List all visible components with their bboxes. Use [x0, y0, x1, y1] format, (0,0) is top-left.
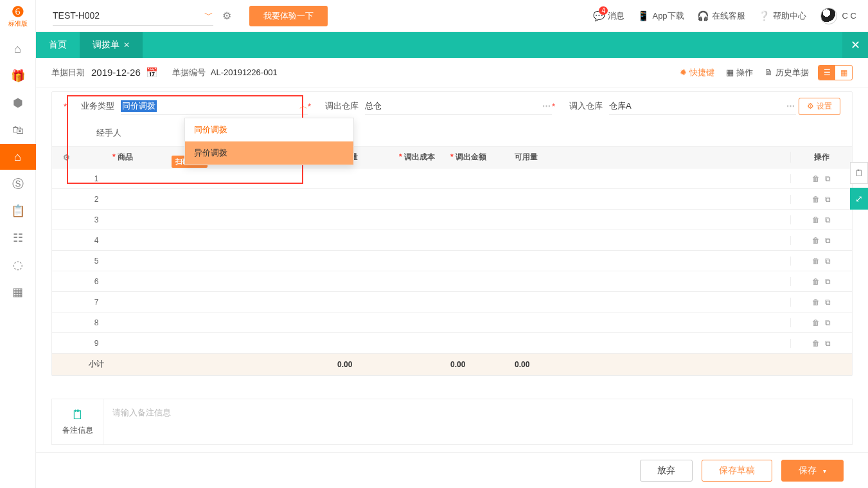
gear-icon[interactable]: ⚙	[222, 10, 231, 22]
subtotal-row: 小计 0.00 0.00 0.00	[52, 354, 852, 375]
form-row-1: * 业务类型 同价调拨 ︿ 同价调拨 异价调拨 * 调出仓库 总仓 ⋯ * 调入…	[52, 92, 852, 120]
copy-icon[interactable]: ⧉	[825, 298, 831, 307]
col-operation: 操作	[790, 152, 852, 163]
document-header: 单据日期 2019-12-26 📅 单据编号 AL-20191226-001 ✹…	[36, 58, 868, 87]
rail-gift-icon[interactable]: 🎁	[0, 63, 36, 89]
table-row[interactable]: 7🗑⧉	[52, 292, 852, 312]
in-warehouse-select[interactable]: 仓库A ⋯	[609, 97, 796, 115]
delete-icon[interactable]: 🗑	[812, 174, 820, 183]
help-center-link[interactable]: ❔ 帮助中心	[758, 10, 806, 22]
chevron-up-icon: ︿	[299, 100, 308, 112]
copy-icon[interactable]: ⧉	[825, 277, 831, 286]
note-icon: 🗒	[71, 408, 84, 422]
settings-button[interactable]: ⚙设置	[799, 98, 840, 115]
table-row[interactable]: 4🗑⧉	[52, 230, 852, 251]
more-icon: ⋯	[542, 101, 552, 111]
try-button[interactable]: 我要体验一下	[249, 6, 328, 26]
table-row[interactable]: 6🗑⧉	[52, 271, 852, 292]
copy-icon[interactable]: ⧉	[825, 215, 831, 224]
tab-strip: 首页 调拨单✕ ✕	[36, 32, 868, 58]
doc-no-label: 单据编号	[172, 67, 206, 78]
grid-icon: ▦	[726, 68, 734, 77]
col-avail: 可用量	[515, 152, 790, 163]
rail-clipboard-icon[interactable]: 📋	[0, 198, 36, 224]
rail-money-icon[interactable]: Ⓢ	[0, 171, 36, 197]
doc-date-label: 单据日期	[51, 67, 85, 78]
save-draft-button[interactable]: 保存草稿	[702, 460, 772, 482]
delete-icon[interactable]: 🗑	[812, 277, 820, 286]
copy-icon[interactable]: ⧉	[825, 236, 831, 245]
remark-card: 🗒 备注信息 请输入备注信息	[51, 399, 853, 445]
col-amount: 调出金额	[450, 152, 515, 163]
float-expand-icon[interactable]: ⤢	[850, 188, 868, 210]
field-out-warehouse: * 调出仓库 总仓 ⋯	[308, 97, 552, 115]
rail-calendar-icon[interactable]: ▦	[0, 279, 36, 305]
quickkey-link[interactable]: ✹快捷键	[680, 67, 714, 78]
rail-home-icon[interactable]: ⌂	[0, 36, 36, 62]
copy-icon[interactable]: ⧉	[825, 174, 831, 183]
remark-input[interactable]: 请输入备注信息	[103, 399, 852, 444]
view-toggle: ☰ ▦	[818, 65, 853, 80]
view-grid-icon[interactable]: ▦	[835, 66, 852, 80]
save-button[interactable]: 保存▾	[781, 460, 844, 482]
avatar[interactable]	[820, 8, 837, 24]
rail-house-icon[interactable]: ⬢	[0, 90, 36, 116]
biz-type-option-diff[interactable]: 异价调拨	[185, 141, 353, 165]
rail-loading-icon[interactable]: ◌	[0, 252, 36, 278]
view-list-icon[interactable]: ☰	[819, 66, 835, 80]
chevron-down-icon: ﹀	[204, 10, 213, 21]
username[interactable]: C C	[842, 11, 856, 21]
copy-icon[interactable]: ⧉	[825, 318, 831, 327]
doc-date-value[interactable]: 2019-12-26	[91, 67, 141, 78]
brand-sublabel: 标准版	[8, 19, 28, 28]
delete-icon[interactable]: 🗑	[812, 318, 820, 327]
calendar-icon[interactable]: 📅	[146, 67, 158, 78]
discard-button[interactable]: 放弃	[640, 460, 693, 482]
operations-link[interactable]: ▦操作	[726, 67, 753, 78]
delete-icon[interactable]: 🗑	[812, 195, 820, 204]
more-icon: ⋯	[786, 101, 796, 111]
table-row[interactable]: 1🗑⧉	[52, 168, 852, 189]
copy-icon[interactable]: ⧉	[825, 195, 831, 204]
tab-home[interactable]: 首页	[36, 32, 80, 58]
gear-icon: ⚙	[807, 102, 814, 111]
table-row[interactable]: 5🗑⧉	[52, 251, 852, 271]
messages-link[interactable]: 💬 消息 4	[593, 10, 624, 22]
delete-icon[interactable]: 🗑	[812, 257, 820, 266]
biz-type-select[interactable]: 同价调拨 ︿	[121, 97, 308, 115]
shop-select[interactable]: TEST-H002 ﹀	[53, 6, 213, 26]
rail-contact-icon[interactable]: ☷	[0, 225, 36, 251]
app-download-link[interactable]: 📱 App下载	[637, 10, 684, 22]
items-table: ⚙ 商品扫码录入 规格型号 库存单位 数量 调出成本 调出金额 可用量 操作 1…	[52, 146, 852, 375]
right-float-tools: 🗒 ⤢	[850, 162, 868, 213]
copy-icon[interactable]: ⧉	[825, 257, 831, 266]
tab-transfer-order[interactable]: 调拨单✕	[80, 32, 143, 58]
copy-icon[interactable]: ⧉	[825, 339, 831, 348]
tabs-close-all[interactable]: ✕	[842, 32, 868, 58]
phone-icon: 📱	[637, 10, 650, 22]
doc-no-value: AL-20191226-001	[211, 68, 278, 77]
form-card: * 业务类型 同价调拨 ︿ 同价调拨 异价调拨 * 调出仓库 总仓 ⋯ * 调入…	[51, 91, 853, 376]
rail-bag-icon[interactable]: 🛍	[0, 117, 36, 143]
biz-type-option-same[interactable]: 同价调拨	[185, 118, 353, 141]
rail-warehouse-icon[interactable]: ⌂	[0, 144, 36, 170]
history-link[interactable]: 🗎历史单据	[765, 67, 809, 78]
table-row[interactable]: 9🗑⧉	[52, 333, 852, 354]
table-row[interactable]: 3🗑⧉	[52, 210, 852, 230]
footer-bar: 放弃 保存草稿 保存▾	[36, 452, 868, 488]
field-in-warehouse: * 调入仓库 仓库A ⋯	[552, 97, 796, 115]
headset-icon: 🎧	[697, 10, 709, 22]
delete-icon[interactable]: 🗑	[812, 236, 820, 245]
remark-label-block: 🗒 备注信息	[52, 399, 103, 444]
out-warehouse-select[interactable]: 总仓 ⋯	[365, 97, 552, 115]
table-row[interactable]: 2🗑⧉	[52, 189, 852, 210]
customer-service-link[interactable]: 🎧 在线客服	[697, 10, 745, 22]
delete-icon[interactable]: 🗑	[812, 339, 820, 348]
biz-type-dropdown: 同价调拨 异价调拨	[184, 118, 354, 165]
delete-icon[interactable]: 🗑	[812, 215, 820, 224]
table-row[interactable]: 8🗑⧉	[52, 312, 852, 333]
close-icon[interactable]: ✕	[123, 41, 130, 50]
table-gear-icon[interactable]: ⚙	[52, 153, 80, 162]
float-note-icon[interactable]: 🗒	[850, 162, 868, 184]
delete-icon[interactable]: 🗑	[812, 298, 820, 307]
